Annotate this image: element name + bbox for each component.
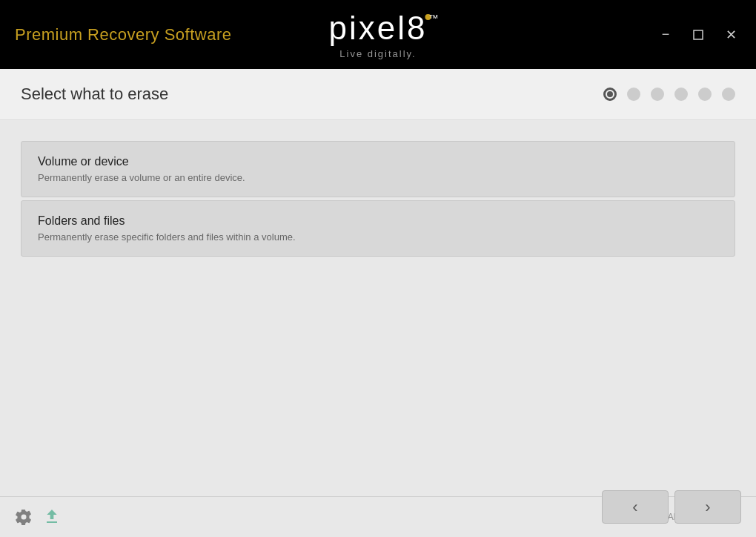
back-button[interactable]: ‹ [602,490,669,524]
nav-buttons: ‹ › [602,490,741,524]
step-dot-6 [722,88,735,101]
settings-icon[interactable] [15,508,33,526]
next-button[interactable]: › [674,490,741,524]
page-title: Select what to erase [21,85,168,104]
logo-tagline: Live digitally. [339,48,416,59]
step-indicators [603,88,735,101]
step-dot-4 [674,88,688,101]
option-folders-desc: Permanently erase specific folders and f… [38,231,718,243]
logo-text: pixel8 ™ [329,10,428,47]
maximize-button[interactable] [688,24,709,45]
option-folders-title: Folders and files [38,214,718,228]
save-icon[interactable] [43,508,61,526]
option-volume-title: Volume or device [38,155,718,168]
window-controls: − ✕ [655,24,741,45]
option-folders-files[interactable]: Folders and files Permanently erase spec… [21,200,735,257]
app-title: Premium Recovery Software [15,25,231,45]
titlebar-left: Premium Recovery Software [15,25,231,45]
option-volume-desc: Permanently erase a volume or an entire … [38,172,718,183]
step-dot-2 [627,88,640,101]
logo-wrapper: pixel8 ™ [329,10,428,47]
step-dot-3 [651,88,664,101]
step-header: Select what to erase [0,69,756,120]
logo-container: pixel8 ™ Live digitally. [329,10,428,59]
close-button[interactable]: ✕ [720,24,741,45]
footer-left [15,508,61,526]
back-arrow-icon: ‹ [632,498,637,517]
main-content: Volume or device Permanently erase a vol… [0,120,756,257]
option-volume-device[interactable]: Volume or device Permanently erase a vol… [21,141,735,197]
next-arrow-icon: › [705,498,710,517]
step-dot-5 [698,88,712,101]
step-dot-1 [603,88,617,101]
svg-rect-0 [694,30,703,39]
minimize-button[interactable]: − [655,24,676,45]
titlebar: Premium Recovery Software pixel8 ™ Live … [0,0,756,69]
